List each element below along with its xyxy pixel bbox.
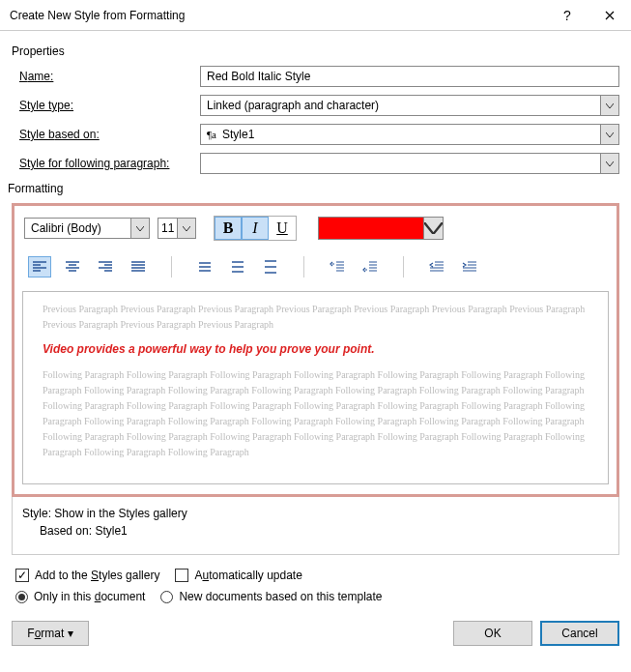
line-spacing-2-icon: [263, 260, 278, 274]
font-color-dropdown[interactable]: [424, 217, 444, 240]
help-button[interactable]: ?: [546, 0, 588, 30]
align-center-icon: [65, 260, 80, 274]
cancel-button[interactable]: Cancel: [540, 621, 619, 646]
font-color-swatch[interactable]: [318, 217, 424, 240]
chevron-down-icon: [606, 103, 614, 108]
italic-button[interactable]: I: [242, 217, 269, 240]
new-documents-radio[interactable]: [160, 591, 173, 603]
add-to-gallery-checkbox[interactable]: [15, 569, 29, 582]
space-before-icon: [330, 260, 345, 274]
space-before-decrease-button[interactable]: [359, 256, 382, 278]
divider: [403, 256, 404, 278]
chevron-down-icon: [183, 226, 190, 231]
space-before-increase-button[interactable]: [326, 256, 349, 278]
svg-text:¶a: ¶a: [207, 129, 216, 140]
name-label: Name:: [12, 70, 200, 83]
align-right-icon: [98, 260, 113, 274]
increase-indent-button[interactable]: [458, 256, 481, 278]
underline-button[interactable]: U: [269, 217, 296, 240]
following-label: Style for following paragraph:: [12, 157, 200, 170]
preview-area: Previous Paragraph Previous Paragraph Pr…: [22, 291, 609, 484]
chevron-down-icon: [606, 132, 614, 137]
titlebar: Create New Style from Formatting ?: [0, 0, 631, 31]
close-button[interactable]: [588, 0, 631, 30]
style-type-dropdown[interactable]: [600, 95, 619, 116]
size-combo[interactable]: 11: [158, 218, 177, 239]
line-spacing-1-button[interactable]: [193, 256, 216, 278]
align-justify-button[interactable]: [127, 256, 150, 278]
close-icon: [605, 11, 615, 20]
font-dropdown[interactable]: [130, 218, 150, 239]
style-type-label: Style type:: [12, 99, 200, 112]
new-documents-label: New documents based on this template: [179, 590, 382, 603]
align-justify-icon: [130, 260, 146, 274]
following-combo[interactable]: [200, 153, 600, 174]
preview-sample-text: Video provides a powerful way to help yo…: [43, 342, 588, 356]
decrease-indent-icon: [429, 260, 445, 274]
based-on-dropdown[interactable]: [600, 124, 619, 145]
preview-previous-text: Previous Paragraph Previous Paragraph Pr…: [43, 302, 588, 333]
ok-button[interactable]: OK: [453, 621, 532, 646]
font-combo[interactable]: Calibri (Body): [24, 218, 130, 239]
based-on-label: Style based on:: [12, 128, 200, 141]
bold-button[interactable]: B: [215, 217, 242, 240]
auto-update-checkbox[interactable]: [175, 569, 188, 582]
only-this-document-radio[interactable]: [15, 591, 28, 603]
chevron-down-icon: [606, 161, 614, 166]
line-spacing-1-icon: [197, 260, 213, 274]
divider: [303, 256, 304, 278]
auto-update-label: Automatically update: [194, 569, 301, 582]
line-spacing-15-button[interactable]: [226, 256, 249, 278]
dialog-title: Create New Style from Formatting: [10, 9, 546, 22]
chevron-down-icon: [136, 226, 144, 231]
following-dropdown[interactable]: [600, 153, 619, 174]
formatting-label: Formatting: [8, 182, 619, 195]
chevron-down-icon: [424, 222, 443, 234]
style-desc-line1: Style: Show in the Styles gallery: [22, 505, 609, 522]
size-dropdown[interactable]: [177, 218, 196, 239]
line-spacing-2-button[interactable]: [259, 256, 282, 278]
line-spacing-15-icon: [230, 260, 245, 274]
preview-following-text: Following Paragraph Following Paragraph …: [43, 367, 588, 460]
style-description: Style: Show in the Styles gallery Based …: [12, 497, 619, 555]
format-button[interactable]: Format ▾: [12, 621, 89, 646]
formatting-section: Calibri (Body) 11 B I U: [12, 203, 619, 497]
divider: [171, 256, 172, 278]
space-after-icon: [362, 260, 378, 274]
add-to-gallery-label: Add to the Styles gallery: [35, 569, 159, 582]
align-right-button[interactable]: [94, 256, 117, 278]
based-on-combo[interactable]: ¶a Style1: [200, 124, 600, 145]
properties-label: Properties: [12, 44, 619, 58]
decrease-indent-button[interactable]: [425, 256, 448, 278]
style-type-combo[interactable]: Linked (paragraph and character): [200, 95, 600, 116]
style-desc-line2: Based on: Style1: [22, 522, 609, 540]
only-this-document-label: Only in this document: [34, 590, 145, 603]
name-input[interactable]: [200, 66, 619, 87]
paragraph-icon: ¶a: [207, 129, 218, 140]
align-left-icon: [32, 260, 47, 274]
align-center-button[interactable]: [61, 256, 84, 278]
align-left-button[interactable]: [28, 256, 51, 278]
increase-indent-icon: [462, 260, 477, 274]
